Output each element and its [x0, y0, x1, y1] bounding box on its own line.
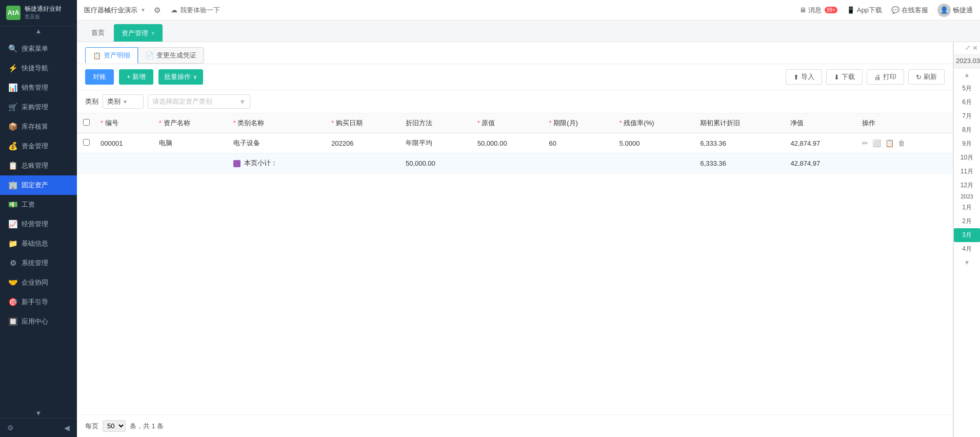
col-actions: 操作	[857, 113, 953, 133]
subtotal-original-value: 50,000.00	[401, 153, 472, 173]
messages-label: 消息	[808, 6, 822, 15]
copy-icon[interactable]: ⬜	[872, 139, 881, 147]
sidebar-scroll-up[interactable]: ▲	[0, 26, 77, 36]
month-3-active[interactable]: 3月	[954, 228, 980, 242]
username-label: 畅捷通	[953, 6, 973, 15]
month-5[interactable]: 5月	[954, 82, 980, 95]
new-button[interactable]: + 新增	[119, 69, 153, 85]
duplicate-icon[interactable]: 📋	[885, 139, 894, 147]
month-8[interactable]: 8月	[954, 123, 980, 137]
download-icon: 📱	[847, 6, 855, 14]
col-residual-rate: 残值率(%)	[614, 113, 695, 133]
panel-close-button[interactable]: ✕	[972, 44, 978, 52]
sidebar-item-fixed-assets[interactable]: 🏢 固定资产	[0, 175, 77, 195]
select-all-checkbox[interactable]	[83, 119, 90, 126]
collapse-icon[interactable]: ◀	[64, 424, 70, 432]
messages-btn[interactable]: 🖥 消息 99+	[799, 6, 837, 15]
batch-ops-button[interactable]: 批量操作 ∨	[158, 69, 203, 85]
col-period: 期限(月)	[544, 113, 614, 133]
user-profile-btn[interactable]: 👤 畅捷通	[937, 4, 973, 17]
month-2[interactable]: 2月	[954, 214, 980, 228]
print-button[interactable]: 🖨 打印	[867, 69, 904, 85]
tab-home[interactable]: 首页	[84, 24, 112, 42]
message-badge: 99+	[825, 7, 837, 13]
month-11[interactable]: 11月	[954, 165, 980, 178]
subtotal-row: 本页小计： 50,000.00 6,333.36 42,874.97	[77, 153, 953, 173]
system-icon: ⚙	[8, 259, 17, 268]
edit-icon[interactable]: ✏	[862, 139, 868, 147]
sidebar-bottom: ⚙ ◀	[0, 418, 77, 437]
print-label: 打印	[883, 72, 896, 82]
sidebar-item-label: 总账管理	[22, 161, 48, 170]
download-label: 下载	[842, 72, 855, 82]
sidebar-item-sales[interactable]: 📊 销售管理	[0, 78, 77, 97]
select-all-header[interactable]	[77, 113, 95, 133]
total-label: 条，共 1 条	[130, 422, 164, 431]
per-page-select[interactable]: 50	[103, 420, 126, 432]
cell-depreciation-method: 年限平均	[401, 133, 472, 153]
guide-icon: 🎯	[8, 297, 17, 307]
logo-initials: AtA	[7, 9, 19, 16]
row-checkbox[interactable]	[83, 139, 90, 146]
row-checkbox-cell[interactable]	[77, 133, 95, 153]
refresh-button[interactable]: ↻ 刷新	[908, 69, 945, 85]
subtotal-icon	[233, 160, 241, 167]
cell-net-value: 42,874.97	[785, 133, 857, 153]
panel-expand-button[interactable]: ⤢	[965, 44, 970, 52]
topbar: 医疗器械行业演示 ▼ ⚙ ☁ 我要体验一下 🖥 消息 99+ 📱 App下载 💬…	[77, 0, 980, 21]
calendar-up-arrow[interactable]: ▲	[964, 70, 970, 80]
month-12[interactable]: 12月	[954, 178, 980, 192]
ledger-icon: 📋	[8, 161, 17, 170]
subtotal-label: 本页小计：	[244, 159, 277, 167]
category-type-select[interactable]: 类别 ▼	[103, 94, 144, 109]
calendar-bottom-nav: ▼	[964, 256, 970, 269]
sidebar-scroll-down[interactable]: ▼	[0, 408, 77, 418]
quicknav-icon: ⚡	[8, 64, 17, 73]
settings-icon[interactable]: ⚙	[7, 424, 14, 432]
subtotal-net-value: 42,874.97	[785, 153, 857, 173]
sidebar-item-finance[interactable]: 💰 资金管理	[0, 136, 77, 156]
month-6[interactable]: 6月	[954, 95, 980, 109]
sidebar-item-label: 固定资产	[22, 181, 48, 190]
sidebar-item-label: 销售管理	[22, 83, 48, 92]
calendar-months-current: 1月 2月 3月 4月	[954, 201, 980, 256]
sub-tab-generate-voucher[interactable]: 📄 变更生成凭证	[138, 47, 204, 64]
cell-category: 电子设备	[228, 133, 326, 153]
sidebar-item-guide[interactable]: 🎯 新手引导	[0, 292, 77, 312]
sidebar-item-inventory[interactable]: 📦 库存核算	[0, 117, 77, 136]
calendar-down-arrow[interactable]: ▼	[964, 258, 970, 267]
sidebar-item-purchase[interactable]: 🛒 采购管理	[0, 97, 77, 117]
sidebar-item-collaboration[interactable]: 🤝 企业协同	[0, 273, 77, 292]
reconcile-button[interactable]: 对账	[85, 69, 114, 85]
tab-asset-management[interactable]: 资产管理 ×	[114, 24, 163, 42]
download-button[interactable]: ⬇ 下载	[826, 69, 863, 85]
sub-tab-asset-list[interactable]: 📋 资产明细	[85, 47, 138, 64]
month-10[interactable]: 10月	[954, 151, 980, 165]
app-download-btn[interactable]: 📱 App下载	[847, 6, 882, 15]
month-9[interactable]: 9月	[954, 137, 980, 151]
month-4[interactable]: 4月	[954, 242, 980, 256]
company-selector[interactable]: 医疗器械行业演示 ▼	[84, 6, 146, 15]
tab-close-icon[interactable]: ×	[151, 30, 155, 37]
col-depreciation-method: 折旧方法	[401, 113, 472, 133]
sidebar-item-salary[interactable]: 💵 工资	[0, 195, 77, 214]
subtotal-accumulated: 6,333.36	[695, 153, 785, 173]
experience-btn[interactable]: ☁ 我要体验一下	[171, 6, 220, 15]
sidebar-item-search[interactable]: 🔍 搜索菜单	[0, 39, 77, 58]
company-name: 医疗器械行业演示	[84, 6, 137, 15]
subtotal-empty2	[95, 153, 154, 173]
month-7[interactable]: 7月	[954, 109, 980, 123]
sidebar-item-system[interactable]: ⚙ 系统管理	[0, 253, 77, 273]
category-main-select[interactable]: 请选择固定资产类别 ▼	[148, 94, 250, 109]
online-service-btn[interactable]: 💬 在线客服	[891, 6, 928, 15]
delete-icon[interactable]: 🗑	[898, 139, 905, 147]
export-button[interactable]: ⬆ 导入	[786, 69, 822, 85]
sidebar-item-operations[interactable]: 📈 经营管理	[0, 214, 77, 234]
sidebar-item-basic-info[interactable]: 📁 基础信息	[0, 234, 77, 253]
sidebar-item-quicknav[interactable]: ⚡ 快捷导航	[0, 58, 77, 78]
sidebar-item-label: 搜索菜单	[22, 44, 48, 53]
settings-gear-icon[interactable]: ⚙	[154, 6, 161, 15]
sidebar-item-app-center[interactable]: 🔲 应用中心	[0, 312, 77, 331]
sidebar-item-ledger[interactable]: 📋 总账管理	[0, 156, 77, 175]
month-1[interactable]: 1月	[954, 201, 980, 214]
